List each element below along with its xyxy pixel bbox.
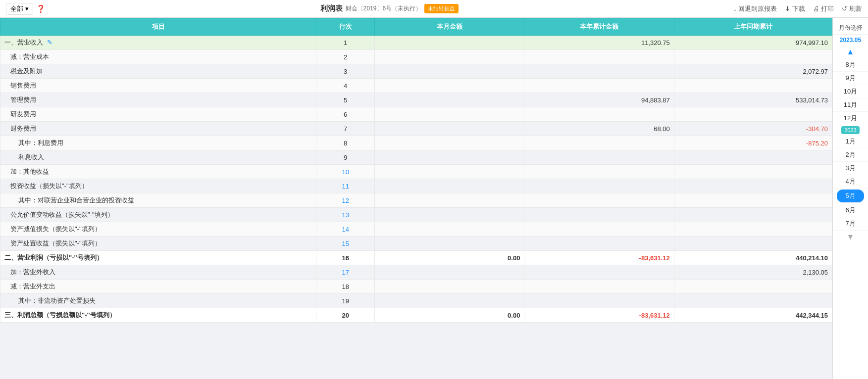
help-icon[interactable]: ❓ [36, 4, 46, 13]
table-row: 税金及附加32,072.97 [0, 64, 832, 79]
cell-month-14 [375, 237, 524, 251]
title-area: 利润表 财会〔2019〕6号（未执行） 未结转损益 [320, 4, 459, 13]
refresh-button[interactable]: ↺ 刷新 [842, 4, 862, 13]
cell-month-0 [375, 36, 524, 50]
cell-ytd-16 [524, 265, 674, 280]
cell-item-11: 其中：对联营企业和合营企业的投资收益 [0, 193, 316, 208]
cell-row-16[interactable]: 17 [316, 265, 375, 280]
table-row: 销售费用4 [0, 79, 832, 93]
table-row: 管理费用594,883.87533,014.73 [0, 93, 832, 107]
dropdown-arrow-icon: ▾ [25, 5, 29, 12]
cell-row-13[interactable]: 14 [316, 222, 375, 237]
cell-row-17: 18 [316, 280, 375, 294]
cell-ytd-17 [524, 280, 674, 294]
cell-row-8: 9 [316, 150, 375, 165]
month-9[interactable]: 9月 [833, 72, 868, 85]
cell-item-16: 加：营业外收入 [0, 265, 316, 280]
cell-prev-12 [674, 208, 832, 222]
table-row: 研发费用6 [0, 107, 832, 122]
cell-row-15: 16 [316, 251, 375, 265]
month-8[interactable]: 8月 [833, 58, 868, 72]
cell-ytd-10 [524, 179, 674, 193]
cell-month-17 [375, 280, 524, 294]
cell-prev-5 [674, 107, 832, 122]
cell-item-3: 销售费用 [0, 79, 316, 93]
cell-prev-19: 442,344.15 [674, 308, 832, 323]
cell-prev-17 [674, 280, 832, 294]
month-10[interactable]: 10月 [833, 85, 868, 98]
cell-item-14: 资产处置收益（损失以"-"填列） [0, 237, 316, 251]
back-button[interactable]: ↓ 回退到原报表 [733, 4, 777, 13]
cell-row-10[interactable]: 11 [316, 179, 375, 193]
cell-ytd-0: 11,320.75 [524, 36, 674, 50]
cell-month-8 [375, 150, 524, 165]
cell-item-19: 三、利润总额（亏损总额以"-"号填列） [0, 308, 316, 323]
scope-dropdown[interactable]: 全部 ▾ [6, 3, 33, 15]
cell-row-4: 5 [316, 93, 375, 107]
table-row: 三、利润总额（亏损总额以"-"号填列）200.00-83,631.12442,3… [0, 308, 832, 323]
scroll-down-button[interactable]: ▼ [842, 232, 860, 242]
month-2[interactable]: 2月 [833, 148, 868, 162]
cell-ytd-12 [524, 208, 674, 222]
cell-row-11[interactable]: 12 [316, 193, 375, 208]
cell-prev-2: 2,072.97 [674, 64, 832, 79]
edit-icon[interactable]: ✎ [45, 39, 52, 46]
cell-month-10 [375, 179, 524, 193]
cell-ytd-2 [524, 64, 674, 79]
cell-prev-9 [674, 165, 832, 179]
cell-ytd-14 [524, 237, 674, 251]
report-title: 利润表 [320, 4, 343, 13]
cell-row-9[interactable]: 10 [316, 165, 375, 179]
cell-item-6: 财务费用 [0, 122, 316, 136]
cell-row-0: 1 [316, 36, 375, 50]
cell-row-2: 3 [316, 64, 375, 79]
cell-ytd-11 [524, 193, 674, 208]
cell-month-1 [375, 50, 524, 64]
cell-row-12[interactable]: 13 [316, 208, 375, 222]
cell-ytd-13 [524, 222, 674, 237]
table-row: 投资收益（损失以"-"填列）11 [0, 179, 832, 193]
sidebar-year: 2023.05 [833, 35, 868, 46]
top-bar-actions: ↓ 回退到原报表 ⬇ 下载 🖨 打印 ↺ 刷新 [733, 4, 862, 13]
download-button[interactable]: ⬇ 下载 [785, 4, 805, 13]
year-badge: 2023 [841, 126, 859, 134]
cell-item-18: 其中：非流动资产处置损失 [0, 294, 316, 308]
scope-label: 全部 [10, 4, 23, 13]
table-row: 一、营业收入 ✎111,320.75974,997.10 [0, 36, 832, 50]
cell-item-5: 研发费用 [0, 107, 316, 122]
table-row: 加：其他收益10 [0, 165, 832, 179]
cell-prev-10 [674, 179, 832, 193]
month-3[interactable]: 3月 [833, 162, 868, 175]
table-row: 减：营业成本2 [0, 50, 832, 64]
month-7[interactable]: 7月 [833, 217, 868, 231]
table-row: 二、营业利润（亏损以"-"号填列）160.00-83,631.12440,214… [0, 251, 832, 265]
cell-item-9: 加：其他收益 [0, 165, 316, 179]
month-4[interactable]: 4月 [833, 175, 868, 189]
cell-ytd-19: -83,631.12 [524, 308, 674, 323]
cell-ytd-15: -83,631.12 [524, 251, 674, 265]
cell-row-7: 8 [316, 136, 375, 150]
month-12[interactable]: 12月 [833, 112, 868, 125]
month-6[interactable]: 6月 [833, 204, 868, 217]
cell-row-18: 19 [316, 294, 375, 308]
header-month: 本月金额 [375, 18, 524, 36]
month-1[interactable]: 1月 [833, 135, 868, 148]
print-button[interactable]: 🖨 打印 [813, 4, 834, 13]
cell-month-18 [375, 294, 524, 308]
table-row: 公允价值变动收益（损失以"-"填列）13 [0, 208, 832, 222]
cell-item-0: 一、营业收入 ✎ [0, 36, 316, 50]
cell-prev-14 [674, 237, 832, 251]
header-ytd: 本年累计金额 [524, 18, 674, 36]
cell-month-2 [375, 64, 524, 79]
cell-item-7: 其中：利息费用 [0, 136, 316, 150]
scroll-up-button[interactable]: ▲ [842, 47, 860, 57]
month-11[interactable]: 11月 [833, 98, 868, 112]
table-header-row: 项目 行次 本月金额 本年累计金额 上年同期累计 [0, 18, 832, 36]
month-5-active[interactable]: 5月 [837, 190, 864, 203]
cell-row-14[interactable]: 15 [316, 237, 375, 251]
header-item: 项目 [0, 18, 316, 36]
cell-item-13: 资产减值损失（损失以"-"填列） [0, 222, 316, 237]
cell-prev-8 [674, 150, 832, 165]
cell-month-15: 0.00 [375, 251, 524, 265]
cell-prev-6: -304.70 [674, 122, 832, 136]
